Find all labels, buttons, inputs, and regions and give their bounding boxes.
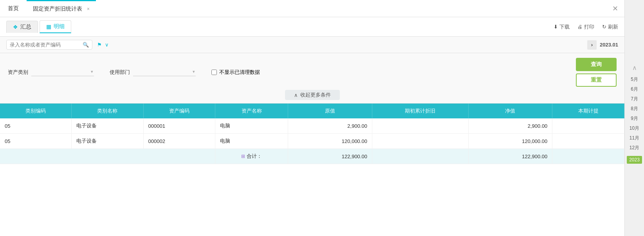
total-spacer xyxy=(0,149,215,164)
total-row: ⊞ 合计： 122,900.00 122,900.00 xyxy=(0,149,624,164)
sidebar-month-item[interactable]: 8月 xyxy=(629,104,640,114)
window-close-icon[interactable]: ✕ xyxy=(612,4,618,13)
reset-button[interactable]: 重置 xyxy=(576,73,617,87)
asset-category-label: 资产类别 xyxy=(8,69,28,76)
detail-icon: ▦ xyxy=(46,23,51,30)
total-label-cell: ⊞ 合计： xyxy=(215,149,288,164)
cell-asset-code: 000001 xyxy=(143,118,215,134)
cell-category: 电子设备 xyxy=(71,134,143,149)
table-body: 05 电子设备 000001 电脑 2,900.00 2,900.00 05 电… xyxy=(0,118,624,164)
tab-detail-label: 明细 xyxy=(54,23,65,30)
search-input[interactable] xyxy=(10,42,80,48)
adv-filter-row: 资产类别 使用部门 不显示已清理数据 xyxy=(8,58,617,87)
print-button[interactable]: 🖨 打印 xyxy=(577,23,594,30)
cell-asset-name: 电脑 xyxy=(215,118,288,134)
sidebar-month-item[interactable]: 10月 xyxy=(629,123,640,133)
asset-category-select-wrap xyxy=(31,68,94,76)
col-accumulated-depr: 期初累计折旧 xyxy=(372,104,468,118)
table-row: 05 电子设备 000002 电脑 120,000.00 120,000.00 xyxy=(0,134,624,149)
collapse-label: 收起更多条件 xyxy=(300,91,331,98)
scroll-up-button[interactable]: ∧ xyxy=(631,63,639,73)
col-category-name: 类别名称 xyxy=(71,104,143,118)
col-current-depr: 本期计提 xyxy=(552,104,624,118)
no-cleared-filter: 不显示已清理数据 xyxy=(211,69,260,76)
refresh-icon: ↻ xyxy=(602,24,606,30)
use-department-filter: 使用部门 xyxy=(110,68,196,76)
cell-accumulated-depr xyxy=(372,118,468,134)
filter-icon: ⚑ xyxy=(97,42,102,48)
refresh-button[interactable]: ↻ 刷新 xyxy=(602,23,618,30)
query-button[interactable]: 查询 xyxy=(576,58,617,71)
download-label: 下载 xyxy=(559,23,570,30)
nav-home[interactable]: 首页 xyxy=(0,0,27,17)
cell-asset-name: 电脑 xyxy=(215,134,288,149)
total-net-value: 122,900.00 xyxy=(468,149,552,164)
tab-summary-label: 汇总 xyxy=(20,23,31,30)
no-cleared-label: 不显示已清理数据 xyxy=(219,69,260,76)
collapse-button[interactable]: ∧ 收起更多条件 xyxy=(285,90,340,100)
period-display: 2023.01 xyxy=(600,42,618,48)
asset-category-filter: 资产类别 xyxy=(8,68,94,76)
period-nav: › 2023.01 xyxy=(587,40,618,50)
refresh-label: 刷新 xyxy=(608,23,618,30)
total-original-value: 122,900.00 xyxy=(288,149,372,164)
search-wrap: 🔍 xyxy=(6,40,92,50)
sidebar-month-item[interactable]: 9月 xyxy=(629,114,640,123)
total-accumulated-depr xyxy=(372,149,468,164)
print-icon: 🖨 xyxy=(577,24,583,30)
no-cleared-checkbox[interactable] xyxy=(211,70,217,75)
col-asset-code: 资产编码 xyxy=(143,104,215,118)
cell-category: 电子设备 xyxy=(71,118,143,134)
col-asset-name: 资产名称 xyxy=(215,104,288,118)
tab-detail[interactable]: ▦ 明细 xyxy=(40,20,71,33)
period-prev-button[interactable]: › xyxy=(587,40,597,50)
cell-current-depr xyxy=(552,118,624,134)
tab-summary[interactable]: ❖ 汇总 xyxy=(6,21,38,33)
cell-asset-code: 000002 xyxy=(143,134,215,149)
search-icon[interactable]: 🔍 xyxy=(83,42,89,48)
summary-icon: ❖ xyxy=(13,24,18,30)
nav-tab-active[interactable]: 固定资产折旧统计表 × xyxy=(27,0,96,17)
use-department-label: 使用部门 xyxy=(110,69,130,76)
total-current-depr xyxy=(552,149,624,164)
toolbar-actions: ⬇ 下载 🖨 打印 ↻ 刷新 xyxy=(554,23,618,30)
cell-accumulated-depr xyxy=(372,134,468,149)
total-label: 合计： xyxy=(247,153,262,160)
more-conditions-button[interactable]: ⚑ ∨ xyxy=(97,42,109,48)
top-nav: 首页 固定资产折旧统计表 × ✕ xyxy=(0,0,624,17)
use-department-select-wrap xyxy=(133,68,196,76)
cell-original-value: 2,900.00 xyxy=(288,118,372,134)
sidebar-month-item[interactable]: 7月 xyxy=(629,94,640,104)
cell-net-value: 2,900.00 xyxy=(468,118,552,134)
sidebar-month-item[interactable]: 5月 xyxy=(629,75,640,84)
cell-net-value: 120,000.00 xyxy=(468,134,552,149)
table-wrap: 类别编码 类别名称 资产编码 资产名称 原值 期初累计折旧 净值 本期计提 05… xyxy=(0,104,624,236)
table-header-row: 类别编码 类别名称 资产编码 资产名称 原值 期初累计折旧 净值 本期计提 xyxy=(0,104,624,118)
sidebar-month-item[interactable]: 11月 xyxy=(629,133,640,143)
data-table: 类别编码 类别名称 资产编码 资产名称 原值 期初累计折旧 净值 本期计提 05… xyxy=(0,104,624,164)
table-row: 05 电子设备 000001 电脑 2,900.00 2,900.00 xyxy=(0,118,624,134)
asset-category-select[interactable] xyxy=(31,68,94,76)
year-badge: 2023 xyxy=(627,156,642,164)
toolbar: ❖ 汇总 ▦ 明细 ⬇ 下载 🖨 打印 ↻ 刷新 xyxy=(0,17,624,37)
sidebar-month-item[interactable]: 12月 xyxy=(629,143,640,153)
col-category-code: 类别编码 xyxy=(0,104,71,118)
col-original-value: 原值 xyxy=(288,104,372,118)
total-icon: ⊞ xyxy=(241,154,245,159)
chevron-up-icon: ∧ xyxy=(294,92,298,98)
cell-original-value: 120,000.00 xyxy=(288,134,372,149)
action-buttons: 查询 重置 xyxy=(576,58,617,87)
download-button[interactable]: ⬇ 下载 xyxy=(554,23,570,30)
tab-close-icon[interactable]: × xyxy=(87,6,90,12)
adv-filter: 资产类别 使用部门 不显示已清理数据 xyxy=(0,53,624,104)
tab-label: 固定资产折旧统计表 xyxy=(33,5,82,13)
sidebar-month-item[interactable]: 6月 xyxy=(629,84,640,94)
cell-current-depr xyxy=(552,134,624,149)
use-department-select[interactable] xyxy=(133,68,196,76)
right-sidebar: ∧ 5月6月7月8月9月10月11月12月 2023 xyxy=(624,0,644,236)
month-list: 5月6月7月8月9月10月11月12月 xyxy=(629,75,640,153)
download-icon: ⬇ xyxy=(554,24,558,30)
chevron-down-icon: ∨ xyxy=(105,42,109,48)
cell-code: 05 xyxy=(0,134,71,149)
filter-bar: 🔍 ⚑ ∨ › 2023.01 xyxy=(0,37,624,53)
